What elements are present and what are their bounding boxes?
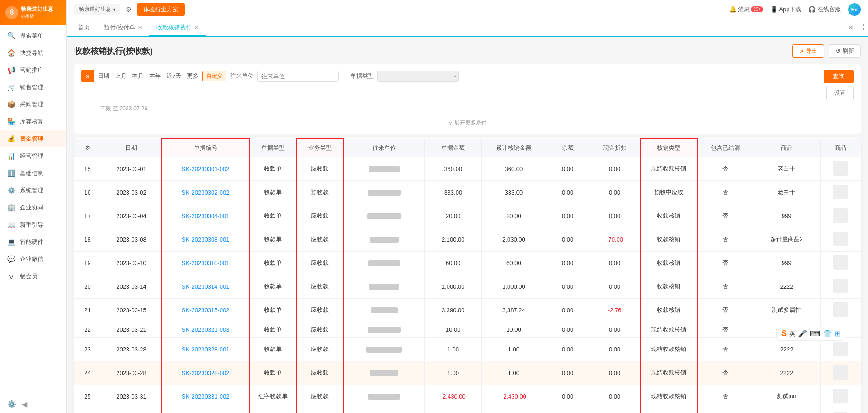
industry-solution-button[interactable]: 体验行业方案 [137, 3, 185, 16]
order-no-link[interactable]: SK-20230321-003 [182, 326, 230, 333]
settings-icon[interactable]: ⚙️ [7, 400, 16, 408]
row-sn: 16 [74, 180, 101, 204]
row-goods: 2222 [753, 361, 820, 385]
date-custom-button[interactable]: 自定义 [202, 71, 226, 81]
row-goods2 [820, 180, 861, 204]
row-date: 2023-03-10 [101, 251, 162, 275]
order-no-link[interactable]: SK-20230304-001 [182, 213, 230, 219]
row-goods2 [820, 385, 861, 408]
order-no-link[interactable]: SK-20230315-002 [182, 307, 230, 313]
company-dropdown[interactable]: 畅康道好生意 ▾ [74, 4, 120, 15]
sidebar-item-member[interactable]: V 畅会员 [0, 268, 66, 285]
row-balance: 0.00 [546, 180, 590, 204]
row-amount: 3,390.00 [425, 298, 482, 322]
sidebar-item-label: 搜索菜单 [20, 32, 43, 40]
partner-input-group: ··· [257, 71, 346, 82]
sidebar-item-label: 销售管理 [20, 83, 43, 91]
row-partner [344, 408, 425, 413]
partner-input[interactable] [257, 71, 339, 82]
sidebar-item-hardware[interactable]: 💻 智能硬件 [0, 233, 66, 251]
order-type-select-wrap: ▾ [377, 71, 459, 82]
row-partner [344, 298, 425, 322]
row-date: 2023-03-28 [101, 337, 162, 361]
app-download-link[interactable]: 📱 App下载 [770, 5, 801, 14]
filter-expand-button[interactable]: » [81, 70, 94, 82]
order-no-link[interactable]: SK-20230302-002 [182, 189, 230, 196]
export-button[interactable]: ↗ 导出 [792, 44, 824, 58]
sidebar-item-search[interactable]: 🔍 搜索菜单 [0, 27, 66, 44]
tab-home-label: 首页 [78, 24, 90, 32]
sidebar-item-guide[interactable]: 📖 新手引导 [0, 216, 66, 233]
sidebar-item-system[interactable]: ⚙️ 系统管理 [0, 182, 66, 199]
row-partner [344, 204, 425, 228]
sidebar-item-enterprise[interactable]: 🏢 企业协同 [0, 199, 66, 216]
tab-home[interactable]: 首页 [71, 20, 97, 36]
date-option-more[interactable]: 更多 [185, 71, 200, 81]
row-date: 2023-03-15 [101, 298, 162, 322]
biz-type-cell: 预收款 [297, 180, 344, 204]
sidebar-item-operations[interactable]: 📊 经营管理 [0, 147, 66, 165]
biz-type-cell: 应收款 [297, 361, 344, 385]
row-balance: 0.00 [546, 298, 590, 322]
order-no-cell: SK-20230403-002 [162, 408, 250, 413]
date-option-this-month[interactable]: 本月 [130, 71, 146, 81]
row-date: 2023-03-04 [101, 204, 162, 228]
biz-type-cell: 应收款 [297, 157, 344, 180]
th-settings[interactable]: ⚙ [74, 139, 101, 157]
date-option-last-month[interactable]: 上月 [113, 71, 128, 81]
th-order-no: 单据编号 [162, 139, 250, 157]
sidebar-item-sales[interactable]: 🛒 销售管理 [0, 79, 66, 96]
order-no-link[interactable]: SK-20230314-001 [182, 283, 230, 290]
filter-bar: » 日期 上月 本月 本年 近7天 更多 自定义 往来单位 [74, 64, 861, 134]
sidebar-item-basic[interactable]: ℹ️ 基础信息 [0, 165, 66, 182]
filter-settings-button[interactable]: 设置 [826, 86, 854, 100]
sidebar-item-wechat[interactable]: 💬 企业微信 [0, 251, 66, 268]
biz-type-cell: 预收款 [297, 408, 344, 413]
row-amount: -2,430.00 [425, 385, 482, 408]
th-write-off: 累计核销金额 [482, 139, 546, 157]
sidebar-item-label: 新手引导 [20, 221, 43, 229]
order-no-link[interactable]: SK-20230328-002 [182, 370, 230, 376]
row-partner [344, 361, 425, 385]
tab-payable[interactable]: 预付/应付单 ✕ [97, 20, 149, 36]
order-no-link[interactable]: SK-20230308-001 [182, 236, 230, 243]
row-goods: 老白干 [753, 157, 820, 180]
row-balance: 0.00 [546, 361, 590, 385]
partner-more-icon[interactable]: ··· [340, 72, 346, 80]
maximize-icon[interactable]: ⛶ [857, 24, 864, 32]
row-date: 2023-03-01 [101, 157, 162, 180]
tab-writeoff-label: 收款核销执行 [156, 24, 192, 32]
tab-close-icon[interactable]: ✕ [138, 25, 142, 31]
user-avatar[interactable]: Rit [848, 3, 861, 16]
user-initials: Rit [851, 7, 858, 12]
sidebar-item-marketing[interactable]: 📢 营销推广 [0, 62, 66, 79]
collapse-icon[interactable]: ◀ [22, 400, 27, 408]
sidebar-item-quick-nav[interactable]: 🏠 快捷导航 [0, 44, 66, 62]
sidebar-item-purchase[interactable]: 📦 采购管理 [0, 96, 66, 113]
row-write-off: 10.00 [482, 322, 546, 337]
order-no-link[interactable]: SK-20230331-002 [182, 393, 230, 400]
table-row: 15 2023-03-01 SK-20230301-002 收款单 应收款 36… [74, 157, 861, 180]
sidebar-item-finance[interactable]: 💰 资金管理 [0, 130, 66, 147]
write-type-cell: 现结收款核销 [640, 322, 698, 337]
order-no-link[interactable]: SK-20230328-001 [182, 346, 230, 353]
order-no-link[interactable]: SK-20230310-001 [182, 260, 230, 266]
row-goods2 [820, 251, 861, 275]
tab-close-icon[interactable]: ✕ [194, 25, 198, 31]
refresh-button[interactable]: ↺ 刷新 [829, 44, 861, 58]
order-type-select[interactable] [377, 71, 459, 82]
row-order-type: 收款单 [249, 251, 296, 275]
close-window-icon[interactable]: ✕ [848, 24, 854, 32]
tab-writeoff[interactable]: 收款核销执行 ✕ [149, 20, 206, 36]
settings-gear-icon[interactable]: ⚙ [126, 5, 132, 14]
date-option-this-year[interactable]: 本年 [147, 71, 163, 81]
order-no-link[interactable]: SK-20230301-002 [182, 166, 230, 172]
row-sn: 20 [74, 275, 101, 298]
query-button[interactable]: 查询 [824, 70, 854, 83]
online-service-link[interactable]: 🎧 在线客服 [808, 5, 841, 14]
date-option-7days[interactable]: 近7天 [165, 71, 183, 81]
expand-more-button[interactable]: ∨ 展开更多条件 [81, 117, 854, 128]
column-settings-icon[interactable]: ⚙ [85, 144, 90, 151]
sidebar-item-inventory[interactable]: 🏪 库存核算 [0, 113, 66, 130]
notification-button[interactable]: 🔔 消息 99+ [729, 5, 763, 14]
